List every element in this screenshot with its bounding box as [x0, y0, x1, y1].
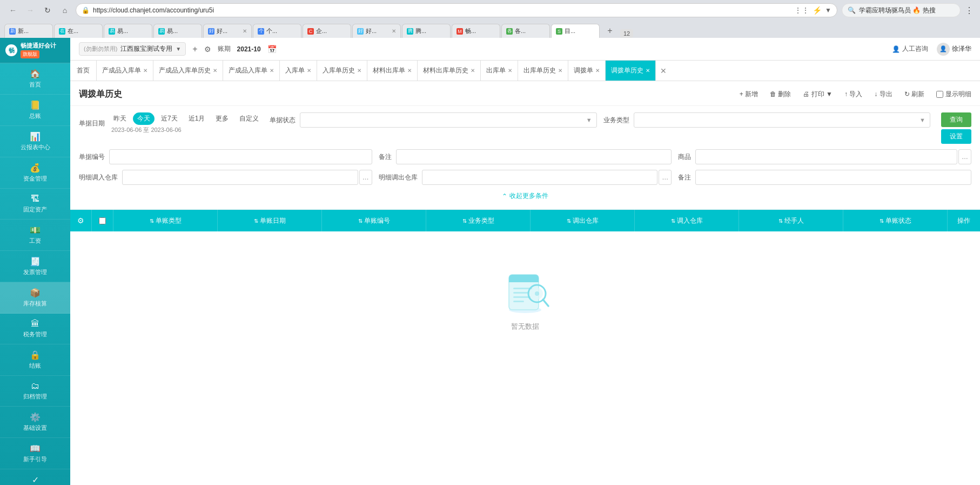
filter-docno-input[interactable] — [109, 149, 372, 164]
dropdown-icon[interactable]: ▼ — [825, 6, 831, 14]
browser-tab-12[interactable]: S 目... — [551, 24, 600, 38]
th-settings[interactable]: ⚙ — [70, 210, 92, 231]
tab-close[interactable]: ✕ — [392, 28, 396, 34]
sort-icon[interactable]: ⇅ — [150, 218, 154, 224]
tab-close-icon[interactable]: ✕ — [646, 68, 650, 74]
sort-icon[interactable]: ⇅ — [778, 218, 783, 224]
browser-tab-11[interactable]: 各 各... — [501, 24, 550, 38]
tab-clck[interactable]: 材料出库单 ✕ — [367, 61, 418, 81]
sidebar-item-inventory[interactable]: 📦 库存核算 — [0, 282, 70, 314]
nav-reload-btn[interactable]: ↻ — [41, 4, 54, 17]
tab-cklsh[interactable]: 出库单历史 ✕ — [518, 61, 568, 81]
tab-cprklsh[interactable]: 产成品入库单历史 ✕ — [153, 61, 223, 81]
address-bar[interactable]: 🔒 https://cloud.chanjet.com/accounting/u… — [76, 3, 837, 17]
tab-cprk2[interactable]: 产成品入库单 ✕ — [223, 61, 280, 81]
delete-btn[interactable]: 🗑 删除 — [766, 88, 795, 101]
browser-tab-1[interactable]: 新 新... — [4, 24, 53, 38]
sidebar-item-salary[interactable]: 💵 工资 — [0, 220, 70, 251]
tab-close-icon[interactable]: ✕ — [213, 68, 217, 74]
export-btn[interactable]: ↓ 导出 — [870, 88, 896, 101]
browser-tab-8[interactable]: 好 好... ✕ — [352, 24, 401, 38]
tab-close-all[interactable]: ✕ — [656, 61, 671, 81]
browser-tab-10[interactable]: M 畅... — [452, 24, 500, 38]
tab-close-icon[interactable]: ✕ — [357, 68, 361, 74]
sort-icon[interactable]: ⇅ — [671, 218, 675, 224]
tab-close-icon[interactable]: ✕ — [143, 68, 147, 74]
browser-tab-3[interactable]: 易 易... — [104, 24, 152, 38]
tab-rk[interactable]: 入库单 ✕ — [280, 61, 317, 81]
user-avatar[interactable]: 👤 徐泽华 — [937, 43, 971, 56]
sidebar-item-guide[interactable]: 📖 新手引导 — [0, 438, 70, 469]
date-btn-custom[interactable]: 自定义 — [235, 112, 263, 125]
import-btn[interactable]: ↑ 导入 — [840, 88, 867, 101]
sidebar-item-ledger[interactable]: 📒 总账 — [0, 95, 70, 126]
browser-tab-4[interactable]: 易 易... — [153, 24, 202, 38]
filter-detail-note-input[interactable] — [695, 170, 971, 185]
sidebar-item-funds[interactable]: 💰 资金管理 — [0, 157, 70, 189]
search-bar[interactable]: 🔍 学霸应聘场驱鸟员 🔥 热搜 — [842, 3, 961, 17]
filter-note-input[interactable] — [396, 149, 672, 164]
sidebar-item-closing[interactable]: 🔒 结账 — [0, 344, 70, 376]
new-tab-btn[interactable]: + — [603, 24, 617, 38]
add-company-btn[interactable]: + — [192, 44, 197, 54]
tab-home[interactable]: 首页 — [70, 61, 97, 81]
sort-icon[interactable]: ⇅ — [567, 218, 571, 224]
goods-ellipsis-btn[interactable]: … — [958, 149, 971, 164]
date-btn-yesterday[interactable]: 昨天 — [109, 112, 131, 125]
sidebar-item-fixed[interactable]: 🏗 固定资产 — [0, 189, 70, 220]
sidebar-item-member[interactable]: ✓ 畅会员 — [0, 469, 70, 485]
detail-in-ellipsis-btn[interactable]: … — [359, 170, 372, 185]
tab-ck[interactable]: 出库单 ✕ — [481, 61, 518, 81]
company-selector[interactable]: (勿删勿禁用) 江西服宝测试专用 ▼ — [79, 42, 186, 56]
tab-close-icon[interactable]: ✕ — [508, 68, 512, 74]
th-checkbox[interactable] — [92, 210, 113, 231]
sidebar-item-archive[interactable]: 🗂 归档管理 — [0, 376, 70, 407]
sort-icon[interactable]: ⇅ — [880, 218, 884, 224]
tab-close-icon[interactable]: ✕ — [471, 68, 475, 74]
collapse-btn[interactable]: ⌃ 收起更多条件 — [79, 189, 971, 203]
filter-biztype-select[interactable]: ▼ — [634, 112, 930, 128]
print-btn[interactable]: 🖨 打印 ▼ — [798, 88, 837, 101]
browser-tab-5[interactable]: 好 好... ✕ — [203, 24, 252, 38]
consultant-btn[interactable]: 👤 人工咨询 — [892, 44, 928, 54]
date-btn-today[interactable]: 今天 — [133, 112, 155, 125]
sidebar-item-settings[interactable]: ⚙️ 基础设置 — [0, 407, 70, 438]
show-more-btn[interactable]: 显示明细 — [936, 90, 971, 99]
date-btn-1month[interactable]: 近1月 — [184, 112, 210, 125]
sidebar-item-tax[interactable]: 🏛 税务管理 — [0, 314, 70, 344]
filter-goods-input[interactable] — [695, 149, 957, 164]
browser-tab-9[interactable]: 腾 腾... — [402, 24, 451, 38]
show-more-checkbox[interactable] — [936, 91, 943, 98]
sidebar-item-reports[interactable]: 📊 云报表中心 — [0, 126, 70, 157]
filter-status-select[interactable]: ▼ — [300, 112, 596, 128]
filter-detail-in-input[interactable] — [122, 170, 358, 185]
tab-close-icon[interactable]: ✕ — [270, 68, 274, 74]
tab-close-icon[interactable]: ✕ — [407, 68, 412, 74]
browser-tab-6[interactable]: 个 个... — [253, 24, 301, 38]
tab-close[interactable]: ✕ — [243, 28, 247, 34]
tab-clcklsh[interactable]: 材料出库单历史 ✕ — [418, 61, 481, 81]
filter-settings-btn[interactable]: 设置 — [941, 129, 971, 144]
sort-icon[interactable]: ⇅ — [254, 218, 258, 224]
select-all-checkbox[interactable] — [99, 217, 106, 224]
nav-home-btn[interactable]: ⌂ — [58, 4, 71, 17]
browser-tab-2[interactable]: 在 在... — [54, 24, 103, 38]
refresh-btn[interactable]: ↻ 刷新 — [900, 88, 929, 101]
tab-dblsh[interactable]: 调拨单历史 ✕ — [606, 61, 656, 81]
nav-back-btn[interactable]: ← — [6, 4, 19, 17]
settings-gear-btn[interactable]: ⚙ — [204, 45, 211, 54]
tab-cprk[interactable]: 产成品入库单 ✕ — [97, 61, 153, 81]
filter-detail-out-input[interactable] — [422, 170, 658, 185]
browser-menu-btn[interactable]: ⋮ — [965, 5, 974, 16]
sort-icon[interactable]: ⇅ — [462, 218, 467, 224]
sidebar-item-home[interactable]: 🏠 首页 — [0, 63, 70, 95]
sort-icon[interactable]: ⇅ — [358, 218, 363, 224]
search-btn[interactable]: 查询 — [941, 112, 971, 127]
browser-tab-7[interactable]: C 企... — [303, 24, 351, 38]
date-btn-more[interactable]: 更多 — [211, 112, 233, 125]
calendar-icon[interactable]: 📅 — [267, 45, 277, 54]
nav-forward-btn[interactable]: → — [24, 4, 37, 17]
tab-rklsh[interactable]: 入库单历史 ✕ — [317, 61, 367, 81]
add-btn[interactable]: + 新增 — [735, 88, 762, 101]
detail-out-ellipsis-btn[interactable]: … — [659, 170, 672, 185]
